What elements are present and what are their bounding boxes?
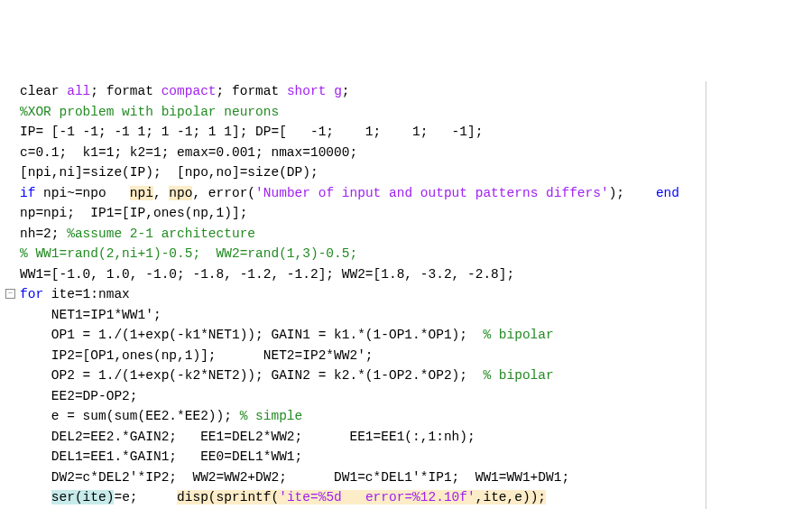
code-line[interactable]: WW1=[-1.0, 1.0, -1.0; -1.8, -1.2, -1.2];… [20, 264, 706, 285]
code-line[interactable]: nh=2; %assume 2-1 architecture [20, 224, 706, 245]
code-line[interactable]: np=npi; IP1=[IP,ones(np,1)]; [20, 203, 706, 224]
code-token: g [334, 84, 342, 98]
fold-minus-icon[interactable]: − [5, 289, 15, 299]
code-token: IP= [-1 -1; -1 1; 1 -1; 1 1]; DP=[ -1; 1… [20, 125, 483, 139]
code-line[interactable]: EE2=DP-OP2; [20, 386, 706, 407]
code-token: % bipolar [483, 368, 553, 383]
code-line[interactable]: c=0.1; k1=1; k2=1; emax=0.001; nmax=1000… [20, 143, 706, 163]
code-token: end [656, 186, 679, 200]
code-token: 'ite=%5d error=%12.10f' [279, 490, 475, 504]
code-token: % WW1=rand(2,ni+1)-0.5; WW2=rand(1,3)-0.… [20, 246, 357, 261]
code-line[interactable]: −for ite=1:nmax [20, 284, 706, 305]
code-token: , error( [192, 186, 255, 200]
code-token: [npi,ni]=size(IP); [npo,no]=size(DP); [20, 165, 318, 180]
code-token: ser(ite) [51, 490, 115, 504]
code-token: ,ite,e)); [475, 490, 546, 504]
code-token: ite=1:nmax [43, 287, 130, 301]
code-token: % simple [240, 409, 303, 423]
code-line[interactable]: [npi,ni]=size(IP); [npo,no]=size(DP); [20, 162, 706, 183]
code-editor[interactable]: clear all; format compact; format short … [0, 81, 706, 509]
code-token: c=0.1; k1=1; k2=1; emax=0.001; nmax=1000… [20, 145, 357, 160]
code-token: OP2 = 1./(1+exp(-k2*NET2)); GAIN2 = k2.*… [20, 368, 483, 383]
code-token: ; format [90, 84, 161, 98]
code-token: DW2=c*DEL2'*IP2; WW2=WW2+DW2; DW1=c*DEL1… [20, 470, 569, 485]
code-token: NET1=IP1*WW1'; [20, 308, 161, 322]
code-token: =e; [114, 490, 177, 504]
code-token: all [67, 84, 90, 98]
code-token: , [153, 186, 169, 200]
code-token: ; [342, 84, 350, 98]
code-token: npo [169, 186, 192, 200]
code-token: clear [20, 84, 67, 98]
code-token: e = sum(sum(EE2.*EE2)); [20, 409, 240, 423]
code-token: 'Number of input and output patterns dif… [255, 186, 609, 200]
code-token: npi [130, 186, 153, 200]
code-line[interactable]: IP2=[OP1,ones(np,1)]; NET2=IP2*WW2'; [20, 346, 706, 366]
code-token: IP2=[OP1,ones(np,1)]; NET2=IP2*WW2'; [20, 348, 374, 363]
code-token: compact [161, 84, 217, 98]
code-line[interactable]: IP= [-1 -1; -1 1; 1 -1; 1 1]; DP=[ -1; 1… [20, 122, 706, 143]
code-token: %XOR problem with bipolar neurons [20, 105, 279, 119]
code-line[interactable]: OP1 = 1./(1+exp(-k1*NET1)); GAIN1 = k1.*… [20, 325, 706, 346]
code-token: short [287, 84, 327, 98]
code-token: EE2=DP-OP2; [20, 389, 138, 403]
code-line[interactable]: NET1=IP1*WW1'; [20, 305, 706, 326]
code-line[interactable]: ser(ite)=e; disp(sprintf('ite=%5d error=… [20, 487, 706, 508]
code-line[interactable]: DW2=c*DEL2'*IP2; WW2=WW2+DW2; DW1=c*DEL1… [20, 467, 706, 488]
code-line[interactable]: e = sum(sum(EE2.*EE2)); % simple [20, 406, 706, 427]
code-token [326, 84, 334, 98]
code-line[interactable]: OP2 = 1./(1+exp(-k2*NET2)); GAIN2 = k2.*… [20, 366, 706, 386]
code-token [20, 490, 51, 504]
code-token: np=npi; IP1=[IP,ones(np,1)]; [20, 206, 247, 220]
code-token: ); [609, 186, 656, 200]
code-token: DEL2=EE2.*GAIN2; EE1=DEL2*WW2; EE1=EE1(:… [20, 430, 475, 444]
code-token: OP1 = 1./(1+exp(-k1*NET1)); GAIN1 = k1.*… [20, 328, 483, 342]
code-line[interactable]: DEL2=EE2.*GAIN2; EE1=DEL2*WW2; EE1=EE1(:… [20, 427, 706, 448]
code-token: DEL1=EE1.*GAIN1; EE0=DEL1*WW1; [20, 449, 302, 464]
code-line[interactable]: %XOR problem with bipolar neurons [20, 102, 706, 123]
code-token: ; format [217, 84, 287, 98]
code-token: npi~=npo [35, 186, 129, 200]
code-token: for [20, 287, 43, 301]
code-line[interactable]: if npi~=npo npi, npo, error('Number of i… [20, 183, 706, 204]
code-line[interactable]: clear all; format compact; format short … [20, 81, 706, 102]
code-token: % bipolar [483, 328, 553, 342]
code-token: WW1=[-1.0, 1.0, -1.0; -1.8, -1.2, -1.2];… [20, 267, 514, 282]
code-token: disp(sprintf( [177, 490, 279, 504]
code-line[interactable]: DEL1=EE1.*GAIN1; EE0=DEL1*WW1; [20, 447, 706, 467]
code-token: nh=2; [20, 227, 67, 241]
code-token: %assume 2-1 architecture [67, 227, 255, 241]
code-line[interactable]: % WW1=rand(2,ni+1)-0.5; WW2=rand(1,3)-0.… [20, 244, 706, 264]
code-token: if [20, 186, 35, 200]
